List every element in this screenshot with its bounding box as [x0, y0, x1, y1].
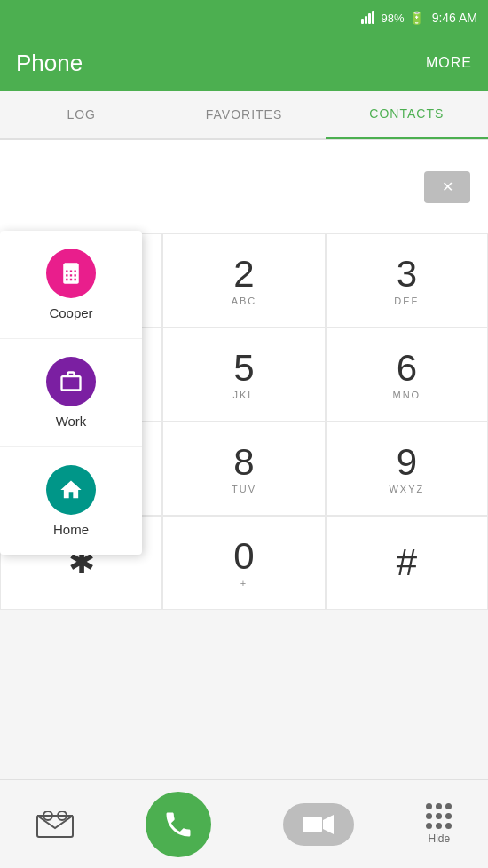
- tab-contacts[interactable]: CONTACTS: [326, 91, 488, 139]
- home-icon: [59, 477, 83, 502]
- signal-icon: [361, 10, 377, 27]
- dialpad-number-9: 9: [397, 444, 417, 481]
- svg-rect-3: [372, 11, 374, 24]
- popup-item-home[interactable]: Home: [0, 447, 142, 555]
- battery-icon: 🔋: [409, 11, 424, 25]
- dialpad-cell-3[interactable]: 3 DEF: [326, 233, 488, 327]
- dialpad-letters-5: JKL: [233, 390, 256, 400]
- backspace-button[interactable]: [424, 171, 470, 203]
- popup-item-cooper[interactable]: Cooper: [0, 231, 142, 339]
- dialpad-number-2: 2: [233, 256, 254, 293]
- svg-rect-2: [368, 13, 371, 24]
- svg-rect-10: [303, 817, 322, 832]
- more-button[interactable]: MORE: [426, 55, 472, 71]
- svg-rect-1: [365, 16, 367, 24]
- sim-card-icon: [59, 261, 83, 286]
- dialpad-number-0: 0: [233, 538, 254, 575]
- tabs-bar: LOG FAVORITES CONTACTS: [0, 91, 488, 140]
- popup-item-work[interactable]: Work: [0, 339, 142, 447]
- dialpad-cell-9[interactable]: 9 WXYZ: [326, 422, 488, 516]
- dialpad-cell-2[interactable]: 2 ABC: [162, 233, 325, 327]
- hide-button[interactable]: Hide: [426, 803, 452, 845]
- dialpad-number-5: 5: [233, 350, 254, 387]
- dialpad-number-6: 6: [397, 350, 417, 387]
- dialpad-letters-0: +: [240, 578, 248, 588]
- dialpad-letters-2: ABC: [232, 296, 257, 306]
- cooper-icon-circle: [46, 249, 96, 298]
- phone-icon: [162, 809, 194, 840]
- cooper-label: Cooper: [49, 305, 92, 320]
- dialpad-letters-3: DEF: [394, 296, 419, 306]
- app-title: Phone: [16, 50, 83, 77]
- dialpad-cell-5[interactable]: 5 JKL: [162, 327, 325, 422]
- home-label: Home: [53, 522, 89, 537]
- dialpad-cell-6[interactable]: 6 MNO: [326, 327, 488, 422]
- work-label: Work: [56, 414, 87, 429]
- video-button[interactable]: [283, 803, 354, 846]
- dialpad-number-8: 8: [233, 444, 254, 481]
- voicemail-icon: [36, 811, 74, 838]
- video-icon: [303, 814, 335, 835]
- dialpad-cell-hash[interactable]: #: [326, 516, 488, 610]
- dialpad-grid-icon: [426, 803, 452, 829]
- tab-favorites[interactable]: FAVORITES: [162, 91, 325, 138]
- bottom-bar: Hide: [0, 779, 488, 868]
- contact-type-popup: Cooper Work Home: [0, 231, 142, 555]
- number-display: [0, 140, 488, 233]
- svg-marker-11: [323, 815, 334, 834]
- call-button[interactable]: [146, 792, 211, 857]
- time-text: 9:46 AM: [432, 11, 477, 25]
- dialpad-letters-8: TUV: [232, 484, 256, 494]
- dialpad-cell-8[interactable]: 8 TUV: [162, 422, 325, 516]
- main-content: Cooper Work Home 1: [0, 140, 488, 610]
- hide-label: Hide: [429, 832, 451, 845]
- voicemail-button[interactable]: [36, 811, 74, 838]
- briefcase-icon: [59, 369, 83, 394]
- tab-log[interactable]: LOG: [0, 91, 162, 138]
- work-icon-circle: [46, 357, 96, 406]
- dialpad-letters-6: MNO: [392, 390, 421, 400]
- status-bar: 98% 🔋 9:46 AM: [0, 0, 488, 36]
- home-icon-circle: [46, 465, 96, 515]
- status-icons: 98% 🔋 9:46 AM: [361, 10, 477, 27]
- app-header: Phone MORE: [0, 36, 488, 91]
- dialpad-cell-0[interactable]: 0 +: [162, 516, 325, 610]
- dialpad-number-3: 3: [397, 256, 417, 293]
- battery-text: 98%: [382, 12, 405, 25]
- svg-rect-0: [361, 19, 364, 24]
- dialpad-number-hash: #: [397, 544, 417, 581]
- dialpad-letters-9: WXYZ: [389, 484, 424, 494]
